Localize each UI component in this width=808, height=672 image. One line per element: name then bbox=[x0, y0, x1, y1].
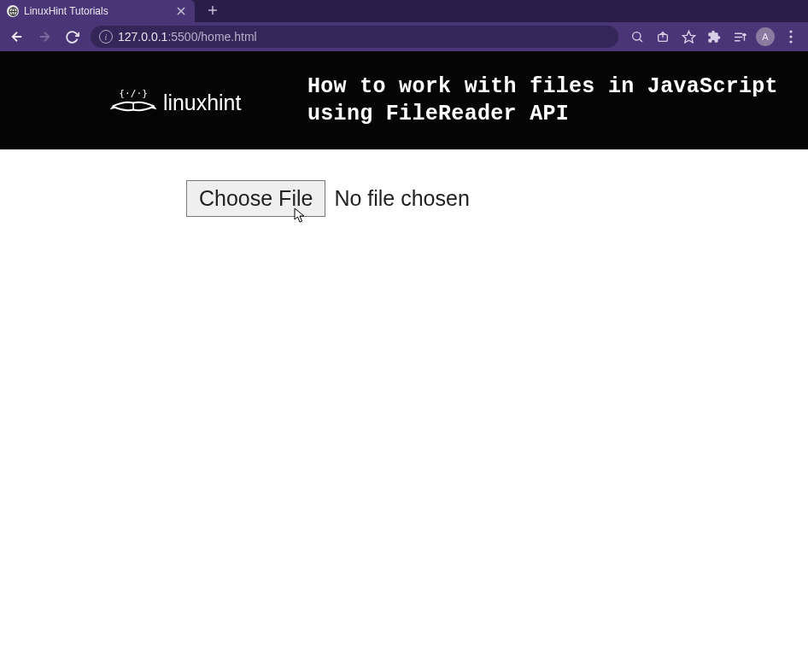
svg-marker-3 bbox=[682, 31, 694, 42]
bookmark-icon[interactable] bbox=[676, 25, 700, 49]
page-content: Choose File No file chosen bbox=[0, 149, 808, 234]
linuxhint-logo-icon: {·/·} linuxhint bbox=[102, 79, 282, 121]
close-tab-icon[interactable] bbox=[174, 5, 188, 18]
tab-title: LinuxHint Tutorials bbox=[24, 5, 169, 17]
address-bar: i 127.0.0.1:5500/home.html bbox=[0, 22, 808, 51]
choose-file-button[interactable]: Choose File bbox=[186, 180, 325, 217]
reading-list-icon[interactable] bbox=[728, 25, 752, 49]
file-input: Choose File No file chosen bbox=[186, 180, 791, 217]
svg-point-1 bbox=[633, 32, 641, 40]
logo: {·/·} linuxhint bbox=[102, 79, 282, 121]
svg-point-4 bbox=[789, 30, 792, 32]
svg-text:{·/·}: {·/·} bbox=[119, 88, 148, 99]
svg-point-6 bbox=[789, 40, 792, 43]
page-header: {·/·} linuxhint How to work with files i… bbox=[0, 51, 808, 149]
extensions-icon[interactable] bbox=[702, 25, 726, 49]
back-button[interactable] bbox=[5, 25, 29, 49]
zoom-icon[interactable] bbox=[625, 25, 649, 49]
share-icon[interactable] bbox=[651, 25, 675, 49]
menu-icon[interactable] bbox=[779, 25, 803, 49]
page-title: How to work with files in JavaScript usi… bbox=[307, 73, 791, 127]
globe-icon bbox=[7, 5, 19, 17]
url-bar[interactable]: i 127.0.0.1:5500/home.html bbox=[91, 26, 618, 48]
toolbar-icons: A bbox=[625, 25, 803, 49]
url-text: 127.0.0.1:5500/home.html bbox=[118, 30, 257, 44]
tab-bar: LinuxHint Tutorials bbox=[0, 0, 808, 22]
svg-point-5 bbox=[789, 35, 792, 38]
forward-button[interactable] bbox=[32, 25, 56, 49]
avatar-letter: A bbox=[756, 27, 775, 46]
profile-avatar[interactable]: A bbox=[753, 25, 777, 49]
site-info-icon[interactable]: i bbox=[99, 30, 113, 44]
browser-tab[interactable]: LinuxHint Tutorials bbox=[0, 0, 195, 22]
reload-button[interactable] bbox=[60, 25, 84, 49]
file-status-text: No file chosen bbox=[334, 186, 469, 211]
new-tab-button[interactable] bbox=[200, 3, 225, 19]
svg-text:linuxhint: linuxhint bbox=[163, 91, 242, 114]
